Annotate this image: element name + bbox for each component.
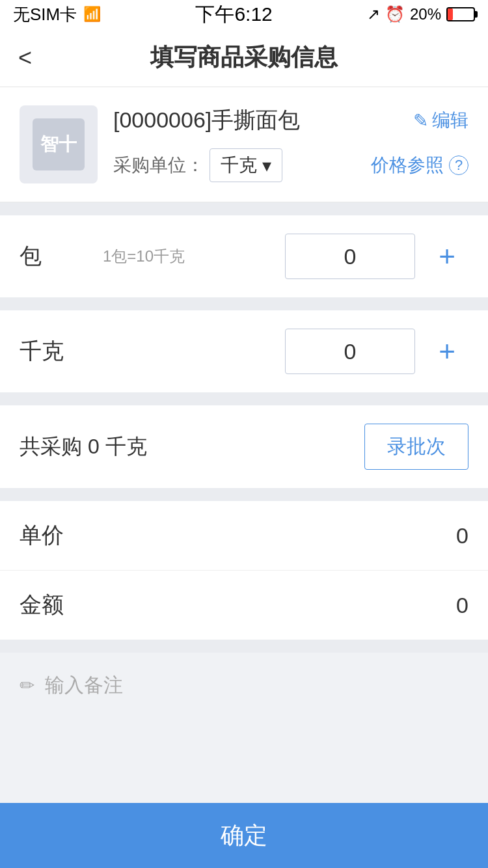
main-content: 智十 [0000006]手撕面包 ✎ 编辑 采购单位： 千克 ▾: [0, 87, 488, 868]
page-title: 填写商品采购信息: [150, 42, 338, 74]
record-batch-button[interactable]: 录批次: [364, 424, 468, 470]
status-left: 无SIM卡 📶: [13, 3, 101, 26]
purchase-unit-label: 采购单位：: [113, 153, 204, 178]
kg-row: 千克 +: [0, 310, 488, 392]
form-section-kg: 千克 +: [0, 310, 488, 392]
unit-price-value: 0: [456, 523, 468, 549]
total-row: 共采购 0 千克 录批次: [0, 405, 488, 488]
form-section-bao: 包 1包=10千克 +: [0, 215, 488, 297]
kg-input[interactable]: [285, 329, 415, 374]
time-label: 下午6:12: [195, 1, 272, 28]
nav-bar: < 填写商品采购信息: [0, 29, 488, 87]
bao-input[interactable]: [285, 234, 415, 279]
alarm-icon: ⏰: [385, 5, 405, 23]
section-divider-3: [0, 392, 488, 405]
product-logo: 智十: [33, 118, 85, 170]
section-divider-2: [0, 297, 488, 310]
price-section: 单价 0 金额 0: [0, 501, 488, 640]
edit-label: 编辑: [432, 108, 468, 133]
wifi-icon: 📶: [83, 6, 101, 23]
status-right: ↗ ⏰ 20%: [367, 5, 475, 23]
bao-label: 包: [20, 241, 98, 271]
kg-input-wrapper: +: [98, 329, 468, 374]
edit-button[interactable]: ✎ 编辑: [413, 108, 468, 133]
battery-icon: [446, 7, 475, 21]
section-divider-5: [0, 640, 488, 653]
back-button[interactable]: <: [18, 44, 32, 72]
amount-label: 金额: [20, 590, 64, 620]
pencil-icon: ✏: [20, 675, 34, 696]
product-name-row: [0000006]手撕面包 ✎ 编辑: [113, 105, 468, 135]
purchase-unit-row: 采购单位： 千克 ▾ 价格参照 ?: [113, 148, 468, 182]
battery-pct: 20%: [410, 5, 441, 23]
edit-icon: ✎: [413, 110, 428, 131]
kg-plus-button[interactable]: +: [426, 330, 468, 373]
unit-price-row: 单价 0: [0, 501, 488, 571]
bao-input-wrapper: +: [185, 234, 468, 279]
section-divider-1: [0, 202, 488, 215]
section-divider-4: [0, 488, 488, 501]
product-full-name: [0000006]手撕面包: [113, 105, 300, 135]
carrier-label: 无SIM卡: [13, 3, 77, 26]
product-info: [0000006]手撕面包 ✎ 编辑 采购单位： 千克 ▾ 价格参照 ?: [113, 105, 468, 182]
kg-label: 千克: [20, 336, 98, 366]
price-ref-label: 价格参照: [371, 153, 444, 178]
confirm-label: 确定: [221, 820, 267, 852]
bao-sub: 1包=10千克: [103, 246, 185, 267]
product-image: 智十: [20, 105, 98, 183]
amount-value: 0: [456, 593, 468, 618]
dropdown-icon: ▾: [262, 155, 271, 176]
bao-plus-button[interactable]: +: [426, 235, 468, 278]
bao-row: 包 1包=10千克 +: [0, 215, 488, 297]
unit-value: 千克: [221, 153, 257, 178]
unit-price-label: 单价: [20, 521, 64, 550]
amount-row: 金额 0: [0, 571, 488, 640]
confirm-button[interactable]: 确定: [0, 803, 488, 868]
price-ref-button[interactable]: 价格参照 ?: [371, 153, 468, 178]
product-card: 智十 [0000006]手撕面包 ✎ 编辑 采购单位： 千克 ▾: [0, 87, 488, 202]
location-icon: ↗: [367, 5, 380, 23]
unit-select[interactable]: 千克 ▾: [210, 148, 282, 182]
total-label: 共采购 0 千克: [20, 433, 147, 461]
status-bar: 无SIM卡 📶 下午6:12 ↗ ⏰ 20%: [0, 0, 488, 29]
notes-placeholder: 输入备注: [45, 672, 123, 699]
notes-section[interactable]: ✏ 输入备注: [0, 653, 488, 718]
help-icon: ?: [449, 156, 468, 175]
